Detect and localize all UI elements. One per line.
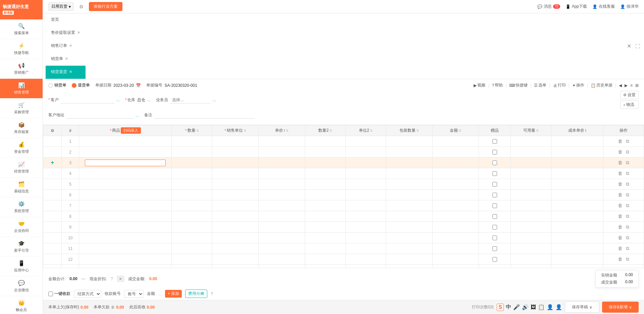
avail-sort-icon[interactable]: ⇅ [536,129,539,132]
tab-close-price-settings[interactable]: ✕ [77,30,80,35]
row-gift-9[interactable] [479,222,511,233]
row-unit-7[interactable] [212,200,259,211]
price-info-icon[interactable]: ℹ [284,128,285,133]
row-avail-2[interactable] [511,147,551,158]
row-qty2-1[interactable] [305,136,345,147]
amount-sort-icon[interactable]: ⇅ [459,129,461,132]
qty-sort-icon[interactable]: ⇅ [196,129,199,132]
help-btn[interactable]: ? 帮助 [492,82,503,88]
remark-input[interactable] [154,112,255,119]
row-unit-13[interactable] [212,265,259,268]
delete-row-10-btn[interactable]: 🗑 [617,235,624,240]
row-pkg-1[interactable] [386,136,432,147]
row-amount-13[interactable] [432,265,479,268]
row-cost-9[interactable] [551,222,603,233]
gift-checkbox-4[interactable] [492,171,497,176]
help-circle-icon[interactable]: ? [111,276,113,281]
row-pkg-3[interactable] [386,158,432,168]
row-price-7[interactable] [259,200,305,211]
row-unit-2[interactable] [212,147,259,158]
row-unit2-4[interactable] [345,168,386,179]
clipboard-icon[interactable]: 📋 [538,304,545,310]
row-product-9[interactable] [79,222,172,233]
row-product-12[interactable] [79,254,172,265]
customer-dots[interactable]: ... [116,98,120,102]
row-gift-6[interactable] [479,190,511,200]
row-unit-10[interactable] [212,233,259,243]
row-unit-9[interactable] [212,222,259,233]
sidebar-item-enterprise[interactable]: 🤝企业协同 [0,217,43,237]
row-amount-8[interactable] [432,211,479,222]
row-gift-4[interactable] [479,168,511,179]
gift-checkbox-1[interactable] [492,139,497,144]
row-amount-9[interactable] [432,222,479,233]
row-gift-8[interactable] [479,211,511,222]
row-avail-11[interactable] [511,243,551,254]
row-price-13[interactable] [259,265,305,268]
save-new-chevron-icon[interactable]: ∨ [629,305,632,310]
row-qty-13[interactable] [172,265,212,268]
shortcut-btn[interactable]: ⌨ 快捷键 [509,82,528,88]
row-qty2-9[interactable] [305,222,345,233]
row-unit2-13[interactable] [345,265,386,268]
row-cost-4[interactable] [551,168,603,179]
row-unit2-3[interactable] [345,158,386,168]
tab-sales-delivery[interactable]: 销货单✕ [46,53,86,66]
customer-input[interactable] [61,97,114,104]
sidebar-item-wechat[interactable]: 💬企业微信 [0,276,43,296]
address-input[interactable] [66,112,133,119]
copy-row-10-btn[interactable]: ⧉ [625,235,630,241]
doc-type-sale-radio[interactable]: 销货单 [48,82,66,88]
row-unit2-6[interactable] [345,190,386,200]
experience-btn[interactable]: 体验行业方案 [89,2,122,11]
row-unit-3[interactable] [212,158,259,168]
one-click-payment-checkbox[interactable]: 一键收款 [48,291,70,297]
add-row-btn[interactable]: + [51,159,54,166]
row-qty-8[interactable] [172,211,212,222]
row-product-6[interactable] [79,190,172,200]
row-qty-5[interactable] [172,179,212,190]
gift-checkbox-8[interactable] [492,214,497,219]
date-value[interactable]: 2023-03-20 [113,83,134,88]
row-qty-10[interactable] [172,233,212,243]
gift-checkbox-2[interactable] [492,150,497,154]
tab-sales-return[interactable]: 销货退货✕ [46,66,86,79]
gift-checkbox-3[interactable] [492,161,497,165]
row-qty2-8[interactable] [305,211,345,222]
row-qty-6[interactable] [172,190,212,200]
sidebar-item-shortcut[interactable]: ⚡快捷导航 [0,39,43,59]
row-pkg-6[interactable] [386,190,432,200]
row-amount-3[interactable] [432,158,479,168]
delete-row-3-btn[interactable]: 🗑 [617,160,624,165]
row-product-10[interactable] [79,233,172,243]
delete-row-8-btn[interactable]: 🗑 [617,213,624,219]
row-cost-2[interactable] [551,147,603,158]
row-amount-11[interactable] [432,243,479,254]
sound-icon[interactable]: 🔊 [522,304,529,310]
row-avail-5[interactable] [511,179,551,190]
settings-btn[interactable]: ⚙ 设置 [620,91,639,99]
row-unit-8[interactable] [212,211,259,222]
image-icon[interactable]: 🖼 [531,304,536,310]
fee-split-btn[interactable]: 费用分摊 [185,290,207,298]
row-pkg-13[interactable] [386,265,432,268]
row-qty-11[interactable] [172,243,212,254]
row-amount-6[interactable] [432,190,479,200]
record-icon[interactable]: 🎤 [513,304,520,310]
copy-row-6-btn[interactable]: ⧉ [625,192,630,198]
sidebar-item-appstore[interactable]: 📱应用中心 [0,257,43,276]
row-gift-7[interactable] [479,200,511,211]
row-price-12[interactable] [259,254,305,265]
tab-close-sales-order[interactable]: ✕ [69,44,72,48]
row-avail-4[interactable] [511,168,551,179]
tab-sales-order[interactable]: 销售订单✕ [46,40,86,53]
row-pkg-11[interactable] [386,243,432,254]
row-avail-7[interactable] [511,200,551,211]
row-gift-2[interactable] [479,147,511,158]
gift-checkbox-9[interactable] [492,225,497,230]
sidebar-item-ops[interactable]: 📈经营管理 [0,158,43,178]
add-payment-btn[interactable]: + 添加 [165,290,182,298]
row-product-5[interactable] [79,179,172,190]
row-gift-12[interactable] [479,254,511,265]
row-gift-13[interactable] [479,265,511,268]
